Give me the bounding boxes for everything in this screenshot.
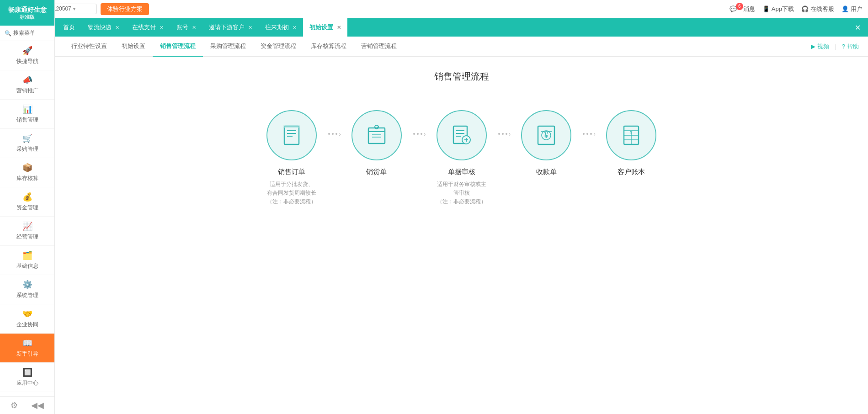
sidebar-icon-9: 🤝 xyxy=(22,309,32,319)
sidebar-label-11: 应用中心 xyxy=(16,379,38,387)
dot3-2 xyxy=(421,133,422,135)
flow-arrow-3: › xyxy=(498,110,510,138)
logo-line1: 畅康通好生意 xyxy=(8,5,47,14)
sub-tab-5[interactable]: 库存核算流程 xyxy=(304,37,354,57)
flow-step-0: 销售订单 适用于分批发货、有合同发货周期较长（注：非必要流程） xyxy=(255,110,328,207)
sidebar-item-6[interactable]: 📈 经营管理 xyxy=(0,217,54,246)
top-bar: 用户690企业1660120507 ▾ 体验行业方案 💬 6 消息 📱 App下… xyxy=(0,0,868,18)
sidebar-icon-5: 💰 xyxy=(22,192,32,202)
help-video-item[interactable]: ▶ 视频 xyxy=(811,42,829,51)
flow-circle-4[interactable]: ¥ xyxy=(606,110,656,160)
nav-tab-label-6: 初始设置 xyxy=(309,23,333,32)
sidebar-label-5: 资金管理 xyxy=(16,204,38,212)
flow-step-4: ¥ 客户账本 xyxy=(595,110,668,180)
sidebar-search[interactable]: 🔍 搜索菜单 xyxy=(0,26,54,41)
logo-line2: 标准版 xyxy=(8,14,47,20)
nav-tab-label-1: 物流快递 xyxy=(88,23,112,32)
close-tab-3-icon[interactable]: ✕ xyxy=(192,25,196,31)
flow-step-name-4: 客户账本 xyxy=(618,168,645,176)
sidebar-icon-7: 🗂️ xyxy=(22,250,32,260)
sidebar-label-3: 采购管理 xyxy=(16,145,38,153)
sidebar-item-2[interactable]: 📊 销售管理 xyxy=(0,100,54,129)
flow-arrow-1: › xyxy=(328,110,340,138)
flow-step-3: ¥ 收款单 xyxy=(510,110,583,180)
flow-page: 销售管理流程 销售订单 适用于分批发货、有合同发货周期较长（注：非必要流程） ›… xyxy=(55,57,868,220)
chevron-down-icon: ▾ xyxy=(73,6,75,11)
help-item[interactable]: ? 帮助 xyxy=(842,42,859,51)
sub-tab-6[interactable]: 营销管理流程 xyxy=(354,37,404,57)
nav-tab-label-3: 账号 xyxy=(176,23,188,32)
online-service-item[interactable]: 🎧 在线客服 xyxy=(801,5,834,13)
sidebar-item-10[interactable]: 📖 新手引导 xyxy=(0,334,54,363)
nav-tab-label-5: 往来期初 xyxy=(265,23,289,32)
user-item[interactable]: 👤 用户 xyxy=(841,5,863,13)
app-download-item[interactable]: 📱 App下载 xyxy=(762,5,794,13)
nav-tab-3[interactable]: 账号✕ xyxy=(170,18,202,37)
sidebar-item-0[interactable]: 🚀 快捷导航 xyxy=(0,41,54,70)
service-icon: 🎧 xyxy=(801,5,809,12)
sidebar-icon-4: 📦 xyxy=(22,163,32,173)
flow-step-name-0: 销售订单 xyxy=(278,168,305,176)
svg-text:¥: ¥ xyxy=(544,131,548,140)
close-tab-5-icon[interactable]: ✕ xyxy=(293,25,297,31)
experience-button[interactable]: 体验行业方案 xyxy=(101,3,149,15)
notification-item[interactable]: 💬 6 消息 xyxy=(730,5,755,13)
flow-circle-3[interactable]: ¥ xyxy=(521,110,571,160)
close-tab-2-icon[interactable]: ✕ xyxy=(160,25,164,31)
nav-tab-1[interactable]: 物流快递✕ xyxy=(81,18,126,37)
flow-step-2: 单据审核 适用于财务审核或主管审核（注：非必要流程） xyxy=(425,110,498,207)
nav-tab-2[interactable]: 在线支付✕ xyxy=(126,18,170,37)
nav-tab-label-0: 首页 xyxy=(63,23,75,32)
sub-tab-4[interactable]: 资金管理流程 xyxy=(253,37,304,57)
svg-rect-0 xyxy=(284,126,299,144)
arrow-inner-4: › xyxy=(583,130,595,138)
flow-arrow-2: › xyxy=(413,110,425,138)
sidebar-item-3[interactable]: 🛒 采购管理 xyxy=(0,129,54,158)
flow-title: 销售管理流程 xyxy=(73,70,850,83)
sidebar-icon-1: 📣 xyxy=(22,75,32,85)
settings-icon[interactable]: ⚙ xyxy=(11,400,18,410)
video-icon: ▶ xyxy=(811,43,815,50)
flow-circle-1[interactable] xyxy=(351,110,402,160)
nav-tab-6[interactable]: 初始设置✕ xyxy=(303,18,347,37)
sidebar-item-4[interactable]: 📦 库存核算 xyxy=(0,158,54,187)
sub-tab-2[interactable]: 销售管理流程 xyxy=(153,37,203,57)
nav-tab-label-2: 在线支付 xyxy=(132,23,156,32)
main-content: 行业特性设置初始设置销售管理流程采购管理流程资金管理流程库存核算流程营销管理流程… xyxy=(55,37,868,414)
arrow-inner-3: › xyxy=(498,130,510,138)
close-tab-4-icon[interactable]: ✕ xyxy=(248,25,252,31)
nav-tab-0[interactable]: 首页 xyxy=(57,18,81,37)
flow-diagram: 销售订单 适用于分批发货、有合同发货周期较长（注：非必要流程） › 销货单 › xyxy=(73,110,850,207)
flow-step-desc-2: 适用于财务审核或主管审核（注：非必要流程） xyxy=(437,180,486,207)
nav-tab-5[interactable]: 往来期初✕ xyxy=(259,18,303,37)
nav-tab-label-4: 邀请下游客户 xyxy=(209,23,245,32)
help-icon: ? xyxy=(842,43,845,50)
notification-badge: 6 xyxy=(736,3,743,10)
sidebar-label-1: 营销推广 xyxy=(16,87,38,95)
sidebar-icon-11: 🔲 xyxy=(22,367,32,377)
sub-tab-3[interactable]: 采购管理流程 xyxy=(203,37,253,57)
close-all-tabs[interactable]: ✕ xyxy=(849,23,866,32)
sidebar-label-2: 销售管理 xyxy=(16,116,38,124)
sidebar-item-9[interactable]: 🤝 企业协同 xyxy=(0,304,54,334)
collapse-icon[interactable]: ◀◀ xyxy=(31,400,44,410)
sidebar-item-5[interactable]: 💰 资金管理 xyxy=(0,187,54,217)
flow-circle-0[interactable] xyxy=(266,110,317,160)
sidebar-item-11[interactable]: 🔲 应用中心 xyxy=(0,363,54,392)
close-tab-6-icon[interactable]: ✕ xyxy=(337,25,341,31)
logo-text: 畅康通好生意 标准版 xyxy=(8,5,47,20)
sub-tab-0[interactable]: 行业特性设置 xyxy=(64,37,114,57)
sidebar-item-7[interactable]: 🗂️ 基础信息 xyxy=(0,246,54,275)
sidebar-icon-0: 🚀 xyxy=(22,46,32,56)
arrow-inner-1: › xyxy=(328,130,340,138)
flow-circle-2[interactable] xyxy=(437,110,487,160)
nav-tab-4[interactable]: 邀请下游客户✕ xyxy=(202,18,259,37)
sidebar-item-8[interactable]: ⚙️ 系统管理 xyxy=(0,275,54,304)
dot1-4 xyxy=(583,133,585,135)
sub-tab-1[interactable]: 初始设置 xyxy=(114,37,153,57)
sidebar-item-12[interactable]: 💬 企业微信 xyxy=(0,392,54,396)
close-tab-1-icon[interactable]: ✕ xyxy=(115,25,119,31)
flow-step-desc-0: 适用于分批发货、有合同发货周期较长（注：非必要流程） xyxy=(267,180,316,207)
dot2-3 xyxy=(502,133,504,135)
sidebar-item-1[interactable]: 📣 营销推广 xyxy=(0,70,54,100)
